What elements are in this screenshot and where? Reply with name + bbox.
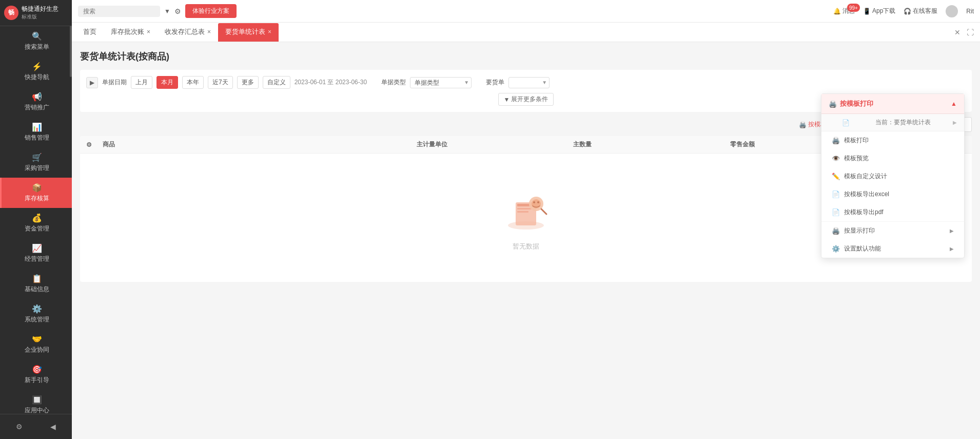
tab-expand-btn[interactable]: ⛶: [965, 27, 976, 37]
print-item-template-preview[interactable]: 👁️ 模板预览: [821, 149, 964, 167]
svg-rect-4: [517, 211, 528, 213]
tab-close-order-stats[interactable]: ×: [268, 28, 271, 35]
th-settings[interactable]: ⚙: [86, 141, 103, 148]
page-content: 要货单统计表(按商品) ▶ 单据日期 上月 本月 本年 近7天 更多 自定义 2…: [72, 42, 980, 439]
topbar: ▼ ⚙ 体验行业方案 🔔 消息 99+ 📱 App下载 🎧 在线客服 Rit: [72, 0, 980, 23]
tab-order-stats[interactable]: 要货单统计表 ×: [218, 23, 279, 42]
inventory-icon: 📦: [32, 183, 42, 193]
print-dropdown-header[interactable]: 🖨️ 按模板打印 ▲: [821, 94, 964, 114]
print-group-display-print[interactable]: 🖨️ 按显示打印 ▶: [821, 222, 964, 240]
sidebar: 畅 畅捷通好生意 标准版 🔍 搜索菜单 ⚡ 快捷导航 📢 营销推广 📊 销售管理…: [0, 0, 72, 439]
print-dropdown-header-left: 🖨️ 按模板打印: [829, 99, 873, 108]
svg-point-9: [537, 201, 539, 203]
svg-point-8: [533, 201, 535, 203]
main-content: ▼ ⚙ 体验行业方案 🔔 消息 99+ 📱 App下载 🎧 在线客服 Rit 首…: [72, 0, 980, 439]
enterprise-icon: 🤝: [32, 334, 42, 344]
sidebar-item-enterprise[interactable]: 🤝 企业协同: [0, 329, 72, 359]
print-dropdown: 🖨️ 按模板打印 ▲ 📄 当前：要货单统计表 ▶ 🖨️ 模板打印 👁️ 模板预览: [821, 93, 965, 258]
export-pdf-icon: 📄: [832, 208, 840, 216]
sidebar-item-operations[interactable]: 📈 经营管理: [0, 238, 72, 269]
doc-type-select[interactable]: 单据类型: [410, 77, 472, 88]
marketing-icon: 📢: [32, 92, 42, 102]
goods-label: 要货单: [486, 78, 504, 87]
tab-close-receipts-summary[interactable]: ×: [207, 28, 211, 35]
notifications-btn[interactable]: 🔔 消息 99+: [833, 7, 855, 15]
topbar-search-input[interactable]: [78, 6, 160, 17]
sidebar-item-quick-nav[interactable]: ⚡ 快捷导航: [0, 56, 72, 87]
current-template-arrow-icon: ▶: [953, 120, 957, 125]
empty-illustration: [500, 184, 552, 236]
filter-date-year[interactable]: 本年: [182, 76, 204, 89]
expand-icon: ▼: [504, 96, 510, 103]
filter-date-prev[interactable]: 上月: [131, 76, 152, 89]
current-template-icon: 📄: [842, 119, 850, 126]
app-logo-icon: 畅: [4, 6, 18, 20]
sidebar-item-guide[interactable]: 🎯 新手引导: [0, 359, 72, 390]
display-print-icon: 🖨️: [832, 227, 840, 235]
current-template[interactable]: 📄 当前：要货单统计表 ▶: [821, 114, 964, 131]
trial-btn[interactable]: 体验行业方案: [185, 4, 237, 18]
app-download-btn[interactable]: 📱 App下载: [863, 7, 895, 15]
print-item-export-excel[interactable]: 📄 按模板导出excel: [821, 185, 964, 203]
system-icon: ⚙️: [32, 304, 42, 314]
topbar-gear-btn[interactable]: ⚙: [174, 7, 181, 15]
sidebar-settings-btn[interactable]: ⚙: [12, 419, 26, 434]
filter-expand-icon-btn[interactable]: ▶: [86, 77, 98, 88]
print-icon: 🖨️: [799, 121, 807, 128]
page-title: 要货单统计表(按商品): [80, 50, 972, 63]
tabs-actions: ✕ ⛶: [952, 27, 976, 37]
print-item-export-pdf[interactable]: 📄 按模板导出pdf: [821, 203, 964, 221]
export-excel-icon: 📄: [832, 190, 840, 198]
app-logo-text: 畅捷通好生意 标准版: [22, 5, 58, 21]
tab-receipts-summary[interactable]: 收发存汇总表 ×: [158, 23, 218, 42]
print-dropdown-chevron-icon: ▲: [951, 100, 957, 107]
purchase-icon: 🛒: [32, 152, 42, 162]
search-icon: 🔍: [32, 31, 42, 41]
template-print-icon: 🖨️: [832, 137, 840, 144]
finance-icon: 💰: [32, 213, 42, 223]
sidebar-item-finance[interactable]: 💰 资金管理: [0, 208, 72, 238]
display-print-arrow-icon: ▶: [950, 228, 954, 234]
svg-line-7: [541, 209, 546, 214]
notifications-badge: 99+: [847, 4, 860, 12]
topbar-dropdown-btn[interactable]: ▼: [164, 8, 170, 15]
sidebar-item-marketing[interactable]: 📢 营销推广: [0, 87, 72, 117]
filter-row-1: ▶ 单据日期 上月 本月 本年 近7天 更多 自定义 2023-06-01 至 …: [86, 76, 966, 89]
user-avatar[interactable]: [946, 5, 958, 17]
tab-home[interactable]: 首页: [76, 23, 104, 42]
online-service-btn[interactable]: 🎧 在线客服: [904, 7, 937, 15]
sidebar-item-basic[interactable]: 📋 基础信息: [0, 269, 72, 299]
filter-date-range: 2023-06-01 至 2023-06-30: [295, 78, 367, 87]
sidebar-item-search[interactable]: 🔍 搜索菜单: [0, 26, 72, 56]
goods-select[interactable]: [508, 77, 550, 88]
sidebar-collapse-btn[interactable]: ◀: [46, 419, 60, 434]
sidebar-item-inventory[interactable]: 📦 库存核算: [0, 178, 72, 208]
filter-expand-btn[interactable]: ▼ 展开更多条件: [498, 93, 554, 106]
sidebar-item-purchase[interactable]: 🛒 采购管理: [0, 147, 72, 178]
sidebar-item-system[interactable]: ⚙️ 系统管理: [0, 299, 72, 329]
filter-date-custom[interactable]: 自定义: [263, 76, 290, 89]
sidebar-item-apps[interactable]: 🔲 应用中心: [0, 390, 72, 414]
filter-date-current[interactable]: 本月: [156, 76, 178, 89]
goods-select-wrap: ▼: [508, 77, 550, 88]
tab-inventory-batch[interactable]: 库存批次账 ×: [104, 23, 158, 42]
print-item-template-design[interactable]: ✏️ 模板自定义设计: [821, 167, 964, 185]
user-name: Rit: [966, 8, 974, 15]
print-dropdown-section-1: 🖨️ 模板打印 👁️ 模板预览 ✏️ 模板自定义设计 📄 按模板导出excel …: [821, 131, 964, 222]
print-group-default-fn[interactable]: ⚙️ 设置默认功能 ▶: [821, 240, 964, 258]
sidebar-item-sales[interactable]: 📊 销售管理: [0, 117, 72, 147]
default-fn-icon: ⚙️: [832, 245, 840, 253]
quick-nav-icon: ⚡: [32, 62, 42, 71]
sales-icon: 📊: [32, 122, 42, 132]
guide-icon: 🎯: [32, 365, 42, 374]
filter-date-week7[interactable]: 近7天: [208, 76, 233, 89]
service-icon: 🎧: [904, 8, 911, 15]
tab-close-inventory-batch[interactable]: ×: [147, 28, 150, 35]
bell-icon: 🔔: [833, 8, 841, 15]
filter-date-more[interactable]: 更多: [237, 76, 259, 89]
default-fn-arrow-icon: ▶: [950, 246, 954, 252]
tab-close-all-btn[interactable]: ✕: [952, 27, 963, 37]
operations-icon: 📈: [32, 243, 42, 253]
print-item-template-print[interactable]: 🖨️ 模板打印: [821, 131, 964, 149]
date-label: 单据日期: [102, 78, 127, 87]
